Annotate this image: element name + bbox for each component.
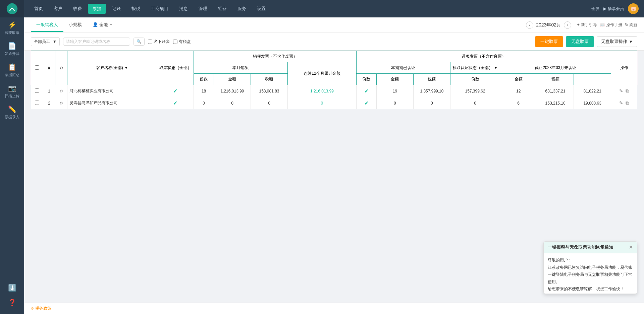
sidebar-item-summary[interactable]: 📋 票据汇总 [0, 60, 24, 81]
row-monthly-tax: 0 [251, 97, 287, 109]
no-disk-fetch-btn[interactable]: 无盘取票 [566, 36, 594, 47]
employee-select-label: 全部员工 [34, 39, 50, 45]
named-accounts-check[interactable] [148, 40, 152, 44]
fullscreen-btn[interactable]: 全屏 [591, 6, 599, 12]
named-accounts-label: 名下账套 [154, 39, 170, 45]
footer-bar[interactable]: ⊙ 税务政策 [24, 303, 644, 314]
row-uncert-amount: 153,215.10 [537, 97, 574, 109]
edit-icon[interactable]: ✎ [619, 100, 623, 106]
invoice-open-icon: 📄 [8, 42, 16, 50]
toolbar: 全部员工 ▼ 🔍 名下账套 有税盘 一键取票 无盘取票 无盘取票操作 ▼ [24, 33, 644, 51]
nav-operation[interactable]: 经营 [213, 4, 231, 14]
prev-month-btn[interactable]: ‹ [526, 21, 533, 29]
th-monthly-sales: 本月销项 [194, 62, 287, 74]
sidebar-item-data-entry[interactable]: ✏️ 票据录入 [0, 102, 24, 123]
nav-billing[interactable]: 收费 [68, 4, 87, 14]
table-row: 2 ⚙ 灵寿县尚泽矿产品有限公司 ✔ 0 0 0 0 ✔ 0 0 0 6 153… [31, 97, 637, 109]
row-cumulative[interactable]: 1,216,013.99 [287, 85, 356, 97]
tab-small-label: 小规模 [69, 22, 82, 28]
top-navigation: 首页 客户 收费 票据 记账 报税 工商项目 消息 管理 经营 服务 设置 全屏… [24, 0, 644, 17]
row-checkbox[interactable] [31, 85, 43, 97]
sidebar-item-smart-fetch[interactable]: ⚡ 智能取票 [0, 17, 24, 39]
row-fetch-status: ✔ [157, 85, 194, 97]
next-month-btn[interactable]: › [564, 21, 571, 29]
th-sales-group: 销项发票（不含作废票） [194, 51, 356, 62]
one-click-fetch-btn[interactable]: 一键取票 [535, 36, 563, 47]
row-monthly-amount: 0 [214, 97, 251, 109]
sidebar-item-download[interactable]: ⬇️ [0, 280, 24, 295]
th-fetch-status: 取票状态（全部） [157, 51, 194, 85]
th-uncert-amount: 金额 [500, 74, 537, 85]
sidebar-logo [0, 0, 24, 17]
sidebar-item-help[interactable]: ❓ [0, 295, 24, 310]
edit-icon[interactable]: ✎ [619, 88, 623, 93]
row-uncert-count: 6 [500, 97, 537, 109]
row-purchase-count: 0 [376, 97, 413, 109]
employee-select[interactable]: 全部员工 ▼ [31, 37, 60, 46]
th-purchase-certified: 本期期已认证 [356, 62, 450, 74]
tax-disk-check[interactable] [173, 40, 177, 44]
download-icon: ⬇️ [8, 284, 16, 292]
search-button[interactable]: 🔍 [133, 38, 145, 46]
data-entry-icon: ✏️ [8, 105, 16, 113]
select-dropdown-icon: ▼ [53, 39, 57, 44]
nav-client[interactable]: 客户 [49, 4, 67, 14]
row-cert-status: ✔ [356, 97, 376, 109]
new-guide-btn[interactable]: ✦ 新手引导 [577, 22, 597, 28]
sidebar-item-invoice-open[interactable]: 📄 发票开具 [0, 39, 24, 60]
nav-home[interactable]: 首页 [30, 4, 48, 14]
th-select-all [31, 51, 43, 85]
sidebar-item-scan[interactable]: 📷 扫描上传 [0, 81, 24, 102]
nav-tax[interactable]: 报税 [127, 4, 145, 14]
smart-fetch-icon: ⚡ [8, 21, 16, 29]
tab-small[interactable]: 小规模 [63, 18, 87, 32]
row-uncert-count: 12 [500, 85, 537, 97]
search-input[interactable] [63, 38, 130, 46]
popup-close-btn[interactable]: ✕ [629, 245, 633, 250]
vip-btn[interactable]: ▶ 畅享会员 [603, 6, 624, 12]
summary-icon: 📋 [8, 63, 16, 71]
row-gear[interactable]: ⚙ [55, 85, 67, 97]
tab-all-label: 全能 [99, 22, 108, 28]
refresh-btn[interactable]: ↻ 刷新 [625, 22, 637, 28]
select-all-checkbox[interactable] [35, 65, 39, 70]
named-accounts-checkbox[interactable]: 名下账套 [148, 39, 170, 45]
help-icon: ❓ [8, 299, 16, 307]
row-purchase-tax: 157,399.62 [450, 85, 500, 97]
row-cumulative[interactable]: 0 [287, 97, 356, 109]
tab-general[interactable]: 一般纳税人 [31, 18, 63, 32]
tab-all[interactable]: 👤 全能 ▼ [87, 18, 118, 32]
row-monthly-count: 18 [194, 85, 214, 97]
tab-general-label: 一般纳税人 [36, 22, 58, 28]
copy-icon[interactable]: ⧉ [626, 88, 629, 93]
nav-manage[interactable]: 管理 [194, 4, 212, 14]
search-icon: 🔍 [137, 39, 142, 44]
copy-icon[interactable]: ⧉ [626, 100, 629, 106]
th-cumulative: 连续12个月累计金额 [287, 62, 356, 85]
tax-policy-link[interactable]: ⊙ 税务政策 [31, 306, 51, 311]
row-checkbox[interactable] [31, 97, 43, 109]
tab-right-actions: ✦ 新手引导 📖 操作手册 ↻ 刷新 [577, 22, 637, 28]
nav-message[interactable]: 消息 [174, 4, 193, 14]
nav-bookkeep[interactable]: 记账 [107, 4, 125, 14]
th-sales-count: 份数 [194, 74, 214, 85]
row-gear[interactable]: ⚙ [55, 97, 67, 109]
manual-btn[interactable]: 📖 操作手册 [600, 22, 622, 28]
row-index: 1 [43, 85, 55, 97]
sidebar-item-label: 智能取票 [5, 30, 19, 35]
row-purchase-tax: 0 [450, 97, 500, 109]
sidebar-item-label: 扫描上传 [5, 93, 19, 99]
nav-invoice[interactable]: 票据 [88, 4, 106, 14]
th-sales-amount: 金额 [214, 74, 251, 85]
sidebar-item-label: 票据录入 [5, 115, 19, 120]
nav-business[interactable]: 工商项目 [146, 4, 173, 14]
nav-service[interactable]: 服务 [233, 4, 251, 14]
notification-popup: 一键报税与无盘取票功能恢复通知 ✕ 尊敬的用户：江苏政务网已恢复访问电子税务局功… [543, 241, 637, 294]
no-disk-ops-btn[interactable]: 无盘取票操作 ▼ [597, 36, 637, 47]
user-avatar[interactable]: 🐷 [628, 3, 639, 14]
nav-settings[interactable]: 设置 [252, 4, 270, 14]
row-index: 2 [43, 97, 55, 109]
tax-disk-checkbox[interactable]: 有税盘 [173, 39, 191, 45]
th-gear: ⚙ [55, 51, 67, 85]
invoice-table: # ⚙ 客户名称(全部) ▼ 取票状态（全部） 销项发票（不含作废票） 进项发票… [31, 51, 637, 109]
